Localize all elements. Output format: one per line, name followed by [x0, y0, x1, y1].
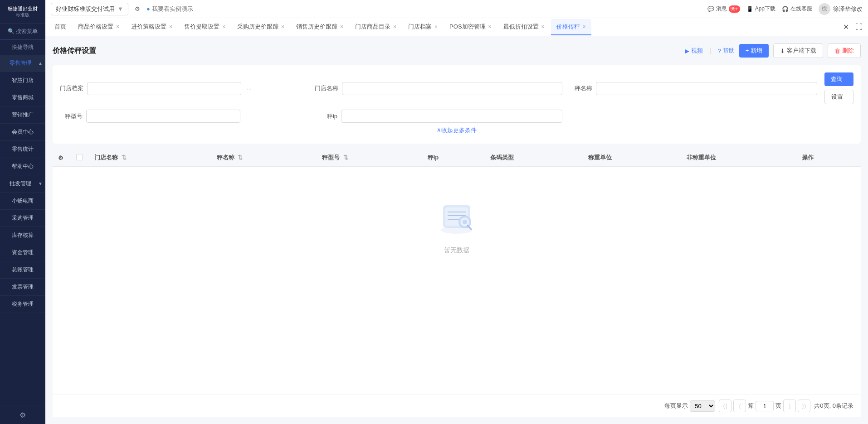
scale-model-input[interactable] — [86, 110, 240, 123]
last-page-btn[interactable]: ⟩⟩ — [798, 400, 810, 412]
store-name-input[interactable] — [342, 82, 562, 95]
tab-store-archive[interactable]: 门店档案 × — [403, 19, 443, 35]
online-service-action[interactable]: 🎧 在线客服 — [782, 5, 812, 13]
prev-page-btn[interactable]: ⟨ — [733, 400, 746, 412]
query-button[interactable]: 查询 — [824, 72, 853, 86]
sidebar-item-ledger[interactable]: 总账管理 — [0, 261, 45, 279]
filter-row-1: 门店档案 ··· 门店名称 秤名称 查询 设置 — [60, 72, 853, 104]
filter-scale-ip: 秤ip — [315, 110, 562, 123]
sidebar-item-tax[interactable]: 税务管理 — [0, 296, 45, 313]
sidebar-logo: 畅捷通好业财 标准版 — [0, 0, 45, 24]
sidebar-item-marketing[interactable]: 营销推广 — [0, 106, 45, 124]
tab-close-store-archive[interactable]: × — [434, 24, 438, 30]
video-link[interactable]: ▶ 视频 — [685, 47, 703, 55]
tab-close-sales-history[interactable]: × — [340, 24, 343, 30]
tab-pos-encrypt[interactable]: POS加密管理 × — [444, 19, 497, 35]
tab-close-purchase-strategy[interactable]: × — [169, 24, 172, 30]
messages-badge: 99+ — [729, 5, 740, 13]
scale-name-label: 秤名称 — [570, 84, 592, 92]
close-tab-icon[interactable]: ✕ — [841, 21, 851, 33]
pagination-bar: 每页显示 10 20 50 100 ⟨⟨ ⟨ 算 页 ⟩ ⟩⟩ — [53, 395, 861, 417]
sidebar-item-help[interactable]: 帮助中心 — [0, 158, 45, 175]
fullscreen-icon[interactable]: ⛶ — [853, 21, 864, 33]
filter-collapse-btn[interactable]: ∧ 收起更多条件 — [60, 125, 853, 136]
sort-scale-model-icon[interactable]: ⇅ — [343, 154, 348, 161]
sidebar-item-ecommerce[interactable]: 小畅电商 — [0, 193, 45, 210]
sidebar-item-retail-mall[interactable]: 零售商城 — [0, 89, 45, 106]
delete-button[interactable]: 🗑 删除 — [828, 43, 861, 58]
app-subtitle: 标准版 — [16, 12, 29, 18]
select-all-checkbox[interactable] — [76, 154, 83, 160]
tab-purchase-strategy[interactable]: 进价策略设置 × — [126, 19, 178, 35]
help-link[interactable]: ? 帮助 — [718, 47, 735, 55]
version-select[interactable]: 好业财标准版交付试用 ▼ — [51, 3, 128, 15]
pagination-info: 共0页, 0条记录 — [814, 402, 853, 410]
store-archive-dots[interactable]: ··· — [247, 85, 252, 92]
page-unit: 页 — [775, 402, 781, 410]
tab-close-min-discount[interactable]: × — [541, 24, 545, 30]
quick-nav[interactable]: 快捷导航 — [0, 39, 45, 55]
sidebar-item-purchase[interactable]: 采购管理 — [0, 210, 45, 227]
tab-home[interactable]: 首页 — [49, 19, 72, 35]
tab-close-price-transfer[interactable]: × — [583, 24, 586, 30]
settings-icon: ⚙ — [20, 411, 26, 419]
page-actions: ▶ 视频 ｜ ? 帮助 + 新增 ⬇ 客户端下载 🗑 删除 — [685, 43, 861, 58]
tab-price-extract[interactable]: 售价提取设置 × — [179, 19, 231, 35]
pagination-nav: ⟨⟨ ⟨ 算 页 ⟩ ⟩⟩ — [719, 400, 810, 412]
add-button[interactable]: + 新增 — [739, 44, 769, 58]
delete-icon: 🗑 — [834, 48, 840, 54]
app-download-action[interactable]: 📱 App下载 — [746, 5, 775, 13]
th-scale-model: 秤型号 ⇅ — [317, 149, 422, 167]
sidebar-search[interactable]: 🔍 搜索菜单 — [0, 24, 45, 39]
chevron-icon: ▲ — [38, 61, 43, 66]
sort-store-name-icon[interactable]: ⇅ — [122, 154, 127, 161]
tab-store-catalog[interactable]: 门店商品目录 × — [350, 19, 402, 35]
topbar-right: 💬 消息 99+ 📱 App下载 🎧 在线客服 徐 徐泽华修改 — [707, 3, 863, 15]
video-icon: ▶ — [685, 48, 689, 54]
sort-scale-name-icon[interactable]: ⇅ — [238, 154, 243, 161]
tab-product-price[interactable]: 商品价格设置 × — [73, 19, 125, 35]
settings-icon[interactable]: ⚙ — [58, 154, 63, 161]
sidebar-item-wholesale[interactable]: 批发管理 ▼ — [0, 175, 45, 193]
user-menu[interactable]: 徐 徐泽华修改 — [819, 3, 863, 15]
tab-close-product-price[interactable]: × — [116, 24, 119, 30]
th-checkbox — [71, 149, 89, 167]
tab-price-transfer[interactable]: 价格传秤 × — [551, 19, 591, 35]
empty-text: 暂无数据 — [444, 246, 469, 255]
th-settings: ⚙ — [53, 149, 71, 167]
settings-button[interactable]: 设置 — [824, 90, 853, 104]
sidebar-item-smart-store[interactable]: 智慧门店 — [0, 72, 45, 89]
download-button[interactable]: ⬇ 客户端下载 — [773, 43, 823, 58]
sidebar-item-members[interactable]: 会员中心 — [0, 124, 45, 141]
chevron-up-icon: ∧ — [437, 126, 441, 135]
sidebar-settings[interactable]: ⚙ — [0, 406, 45, 424]
first-page-btn[interactable]: ⟨⟨ — [719, 400, 731, 412]
scale-name-input[interactable] — [596, 82, 817, 95]
page-label: 算 — [748, 402, 754, 410]
tab-close-price-extract[interactable]: × — [222, 24, 225, 30]
tab-close-purchase-history[interactable]: × — [281, 24, 284, 30]
sidebar-item-inventory[interactable]: 库存核算 — [0, 227, 45, 244]
tab-purchase-history[interactable]: 采购历史价跟踪 × — [232, 19, 290, 35]
svg-point-9 — [463, 220, 467, 224]
tab-close-store-catalog[interactable]: × — [393, 24, 396, 30]
tab-min-discount[interactable]: 最低折扣设置 × — [498, 19, 550, 35]
page-input[interactable] — [756, 401, 774, 411]
scale-ip-input[interactable] — [341, 110, 562, 123]
user-name: 徐泽华修改 — [833, 5, 863, 13]
sidebar-item-retail-stats[interactable]: 零售统计 — [0, 141, 45, 158]
store-archive-input[interactable] — [87, 82, 241, 95]
scale-ip-label: 秤ip — [315, 112, 337, 120]
quick-nav-label: 快捷导航 — [12, 44, 34, 50]
th-operations: 操作 — [796, 149, 861, 167]
sidebar-item-retail[interactable]: 零售管理 ▲ — [0, 55, 45, 72]
demo-link[interactable]: ● 我要看实例演示 — [146, 5, 193, 13]
next-page-btn[interactable]: ⟩ — [783, 400, 796, 412]
messages-action[interactable]: 💬 消息 99+ — [707, 5, 740, 13]
tab-close-pos-encrypt[interactable]: × — [488, 24, 492, 30]
config-icon[interactable]: ⚙ — [133, 4, 142, 14]
sidebar-item-finance[interactable]: 资金管理 — [0, 244, 45, 261]
sidebar-item-invoice[interactable]: 发票管理 — [0, 279, 45, 296]
tab-sales-history[interactable]: 销售历史价跟踪 × — [291, 19, 349, 35]
per-page-dropdown[interactable]: 10 20 50 100 — [690, 400, 715, 412]
